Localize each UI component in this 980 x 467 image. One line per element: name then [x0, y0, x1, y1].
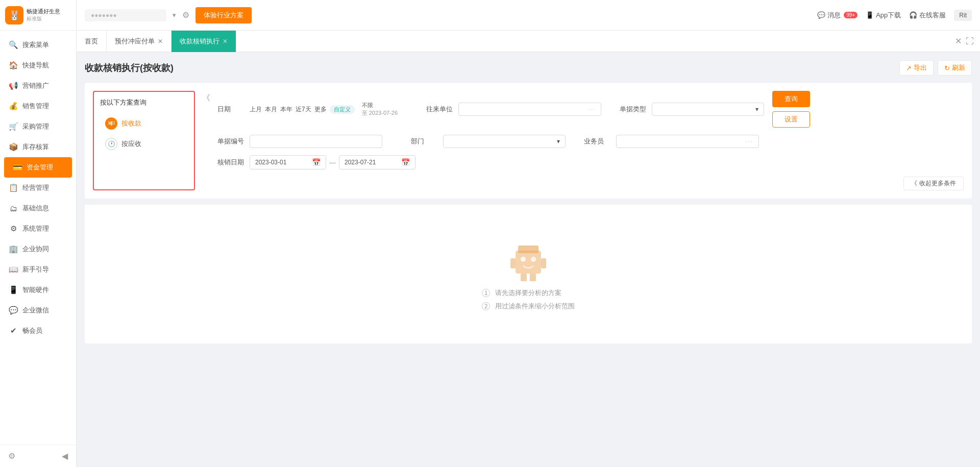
message-button[interactable]: 💬 消息 99+	[817, 11, 857, 20]
filter-collapse-button[interactable]: 《	[201, 91, 211, 190]
guide-menu-label: 新手引导	[22, 265, 49, 274]
filter-sidebar-title: 按以下方案查询	[100, 98, 188, 107]
counterpart-label: 往来单位	[426, 105, 454, 114]
sidebar-item-basic[interactable]: 🗂 基础信息	[0, 198, 76, 218]
date-last-7days[interactable]: 近7天	[296, 105, 311, 114]
tab-home[interactable]: 首页	[77, 31, 107, 52]
system-menu-label: 系统管理	[22, 224, 49, 233]
sales-menu-label: 销售管理	[22, 102, 49, 111]
collapse-sidebar-icon[interactable]: ◀	[62, 451, 68, 461]
operation-menu-label: 经营管理	[22, 183, 49, 192]
svg-rect-4	[510, 258, 516, 268]
tab-window-buttons: ✕ ⛶	[955, 36, 980, 46]
industry-solution-button[interactable]: 体验行业方案	[195, 7, 252, 23]
filter-settings-button[interactable]: 设置	[772, 111, 810, 128]
member-menu-label: 畅会员	[22, 326, 42, 335]
service-icon: 🎧	[909, 11, 917, 19]
tab-prepay[interactable]: 预付冲应付单 ✕	[107, 31, 172, 52]
filter-option-by-receivable[interactable]: 🕐 按应收	[100, 134, 188, 154]
tab-prepay-label: 预付冲应付单	[115, 37, 155, 46]
app-download-button[interactable]: 📱 App下载	[866, 11, 901, 20]
sidebar-item-member[interactable]: ✔ 畅会员	[0, 321, 76, 341]
message-icon: 💬	[817, 11, 825, 19]
header-right: 💬 消息 99+ 📱 App下载 🎧 在线客服 Rit	[817, 10, 972, 21]
date-this-month[interactable]: 本月	[265, 105, 277, 114]
sidebar-item-wechat[interactable]: 💬 企业微信	[0, 300, 76, 321]
date-last-month[interactable]: 上月	[250, 105, 262, 114]
wechat-menu-label: 企业微信	[22, 306, 49, 315]
tab-bar: 首页 预付冲应付单 ✕ 收款核销执行 ✕ ✕ ⛶	[77, 31, 980, 52]
svg-point-3	[531, 257, 536, 262]
tab-prepay-close-icon[interactable]: ✕	[158, 38, 163, 45]
tab-home-label: 首页	[85, 37, 98, 46]
logo-edition: 标准版	[27, 15, 60, 22]
svg-rect-0	[516, 251, 541, 274]
tab-maximize-icon[interactable]: ⛶	[966, 37, 974, 46]
sidebar-item-search[interactable]: 🔍 搜索菜单	[0, 35, 76, 55]
date-custom[interactable]: 自定义	[330, 105, 355, 114]
query-button[interactable]: 查询	[772, 91, 810, 107]
purchase-menu-label: 采购管理	[22, 122, 49, 131]
header-dropdown-icon[interactable]: ▾	[173, 11, 176, 19]
doctype-select[interactable]: ▾	[652, 103, 764, 116]
sidebar-item-sales[interactable]: 💰 销售管理	[0, 96, 76, 116]
by-receivable-label: 按应收	[121, 139, 141, 149]
collapse-more-button[interactable]: 《 收起更多条件	[903, 177, 964, 190]
collapse-more-section: 《 收起更多条件	[217, 177, 964, 190]
user-avatar[interactable]: Rit	[954, 10, 972, 21]
search-menu-label: 搜索菜单	[22, 40, 49, 50]
doctype-dropdown-icon: ▾	[755, 106, 758, 113]
guide-menu-icon: 📖	[8, 264, 18, 275]
counterpart-dots: ···	[587, 106, 596, 113]
sidebar-item-marketing[interactable]: 📢 营销推广	[0, 76, 76, 96]
sidebar-item-operation[interactable]: 📋 经营管理	[0, 178, 76, 198]
date-this-year[interactable]: 本年	[280, 105, 292, 114]
sidebar-item-guide[interactable]: 📖 新手引导	[0, 259, 76, 280]
tab-receipt-writeoff[interactable]: 收款核销执行 ✕	[172, 31, 236, 52]
refresh-button[interactable]: ↻ 刷新	[938, 60, 972, 76]
writeoff-date-end-input[interactable]: 2023-07-21 📅	[339, 155, 415, 169]
sidebar-item-enterprise[interactable]: 🏢 企业协同	[0, 239, 76, 259]
enterprise-menu-label: 企业协同	[22, 244, 49, 254]
docno-input[interactable]	[250, 135, 382, 148]
doctype-field: 单据类型 ▾	[620, 103, 764, 116]
sidebar-item-inventory[interactable]: 📦 库存核算	[0, 137, 76, 157]
date-shortcuts: 上月 本月 本年 近7天 更多 自定义	[250, 105, 355, 114]
counterpart-input[interactable]: ···	[458, 103, 601, 116]
sidebar-item-finance[interactable]: 💳 资金管理	[4, 157, 72, 178]
search-placeholder-text: ●●●●●●●	[91, 12, 117, 19]
logo-icon: 🐰	[5, 6, 23, 24]
collapse-icon: 《	[202, 93, 210, 104]
svg-rect-5	[541, 258, 546, 268]
dept-select[interactable]: ▾	[443, 135, 566, 148]
header-gear-icon[interactable]: ⚙	[182, 10, 189, 20]
quick-nav-menu-icon: 🏠	[8, 60, 18, 70]
export-button[interactable]: ↗ 导出	[899, 60, 934, 76]
page-content: 收款核销执行(按收款) ↗ 导出 ↻ 刷新 按以下方案查询 💴 按收款	[77, 52, 980, 467]
sidebar-item-purchase[interactable]: 🛒 采购管理	[0, 116, 76, 137]
writeoff-date-start-input[interactable]: 2023-03-01 📅	[250, 155, 326, 169]
empty-hint: 1 请先选择要分析的方案 2 用过滤条件来缩小分析范围	[482, 286, 575, 313]
date-more[interactable]: 更多	[314, 105, 327, 114]
settings-icon[interactable]: ⚙	[8, 451, 15, 461]
date-range-note: 不限 至 2023-07-26	[362, 102, 398, 117]
app-label: App下载	[876, 11, 901, 20]
empty-hint-1: 1 请先选择要分析的方案	[482, 286, 575, 300]
online-service-button[interactable]: 🎧 在线客服	[909, 11, 946, 20]
salesperson-input[interactable]: ···	[616, 135, 759, 148]
sidebar-item-quick-nav[interactable]: 🏠 快捷导航	[0, 55, 76, 76]
sidebar-item-hardware[interactable]: 📱 智能硬件	[0, 280, 76, 300]
sidebar-item-system[interactable]: ⚙ 系统管理	[0, 218, 76, 239]
marketing-menu-icon: 📢	[8, 81, 18, 91]
docno-label: 单据编号	[217, 137, 246, 146]
basic-menu-icon: 🗂	[8, 203, 18, 213]
purchase-menu-icon: 🛒	[8, 121, 18, 132]
tab-close-window-icon[interactable]: ✕	[955, 36, 962, 46]
logo-text-block: 畅捷通好生意 标准版	[27, 8, 60, 22]
writeoff-start-calendar-icon[interactable]: 📅	[312, 158, 321, 166]
hint-num-2: 2	[482, 302, 490, 310]
by-receipt-label: 按收款	[121, 119, 141, 128]
filter-option-by-receipt[interactable]: 💴 按收款	[100, 113, 188, 134]
tab-receipt-writeoff-close-icon[interactable]: ✕	[223, 38, 228, 45]
writeoff-end-calendar-icon[interactable]: 📅	[401, 158, 410, 166]
